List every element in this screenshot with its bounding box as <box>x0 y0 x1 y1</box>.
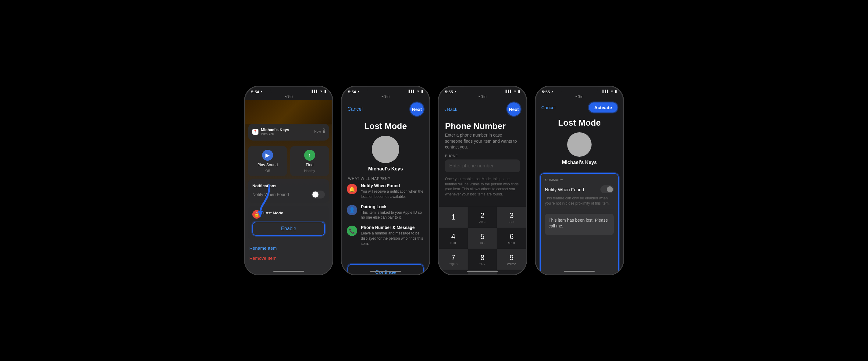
signal-icon-1: ▌▌▌ <box>312 90 318 93</box>
phone-number-field[interactable]: Enter phone number <box>445 159 520 172</box>
notifications-section: Notifications Notify When Found <box>248 179 329 203</box>
signal-icon-3: ▌▌▌ <box>506 90 512 93</box>
play-sound-btn[interactable]: ▶ Play Sound Off <box>248 146 287 176</box>
key-2[interactable]: 2 ABC <box>468 207 497 228</box>
what-will-happen-header: WHAT WILL HAPPEN? <box>342 177 429 181</box>
find-label: Find <box>306 162 313 167</box>
time-1: 5:54 <box>251 90 259 94</box>
item-name-4: Michael's Keys <box>536 160 623 165</box>
pairing-icon: 👤 <box>347 205 357 215</box>
back-chevron: ‹ <box>444 107 446 112</box>
activate-btn[interactable]: Activate <box>589 102 618 113</box>
notification-card: 📍 Michael's Keys With You Now ▮ × <box>248 124 329 141</box>
next-btn-2[interactable]: Next <box>410 102 424 116</box>
divider <box>545 210 614 210</box>
key-7[interactable]: 7 PQRS <box>439 249 468 270</box>
key-1[interactable]: 1 <box>439 207 468 228</box>
scene: 5:54 ▲ ▌▌▌ ▼ ▮ ◂ Siri 📍 <box>232 77 636 284</box>
phone-1: 5:54 ▲ ▌▌▌ ▼ ▮ ◂ Siri 📍 <box>244 86 333 275</box>
continue-btn[interactable]: Continue <box>347 264 424 275</box>
summary-notify-toggle[interactable] <box>600 185 614 193</box>
time-2: 5:54 <box>348 90 356 94</box>
lost-mode-title-4: Lost Mode <box>536 115 623 129</box>
battery-icon-3: ▮ <box>518 90 520 93</box>
time-3: 5:55 <box>445 90 453 94</box>
notif-close-btn[interactable]: × <box>323 127 326 132</box>
feature-phone: 📞 Phone Number & Message Leave a number … <box>347 225 424 246</box>
signal-icon-2: ▌▌▌ <box>409 90 415 93</box>
feature-list: 🔔 Notify When Found You will receive a n… <box>342 183 429 246</box>
notifications-label: Notifications <box>252 184 325 188</box>
status-icons-1: ▌▌▌ ▼ ▮ <box>312 90 326 93</box>
signal-icon-4: ▌▌▌ <box>602 90 609 93</box>
key-3[interactable]: 3 DEF <box>497 207 526 228</box>
key-5[interactable]: 5 JKL <box>468 228 497 249</box>
battery-icon-1: ▮ <box>324 90 326 93</box>
feature-2-desc: Leave a number and message to be display… <box>361 231 424 246</box>
phone-4: 5:55 ▲ ▌▌▌ ▼ ▮ ◂ Siri Cancel Activate Lo… <box>535 86 624 275</box>
enable-lost-mode-btn[interactable]: Enable <box>252 222 325 236</box>
lost-mode-label: Lost Mode <box>263 211 283 215</box>
key-8[interactable]: 8 TUV <box>468 249 497 270</box>
battery-icon-4: ▮ <box>615 90 617 93</box>
summary-note: This feature can only be enabled when yo… <box>545 196 614 206</box>
lost-message-field[interactable]: This item has been lost. Please call me. <box>545 214 614 235</box>
wifi-icon-1: ▼ <box>320 90 323 93</box>
feature-1-desc: This item is linked to your Apple ID so … <box>361 210 424 220</box>
location-icon-2: ▲ <box>357 90 360 93</box>
rename-item-btn[interactable]: Rename Item <box>245 243 332 253</box>
key-4[interactable]: 4 GHI <box>439 228 468 249</box>
status-icons-3: ▌▌▌ ▼ ▮ <box>506 90 520 93</box>
item-avatar-4 <box>567 132 592 157</box>
location-icon-4: ▲ <box>551 90 554 93</box>
feature-0-title: Notify When Found <box>361 183 424 188</box>
location-icon-1: ▲ <box>260 90 263 93</box>
status-bar-1: 5:54 ▲ ▌▌▌ ▼ ▮ ◂ Siri <box>245 87 332 100</box>
lost-mode-section: 🔒 Lost Mode Enable <box>248 206 329 240</box>
wifi-icon-4: ▼ <box>611 90 614 93</box>
home-indicator-3 <box>467 271 498 272</box>
feature-1-title: Pairing Lock <box>361 204 424 209</box>
key-6[interactable]: 6 MNO <box>497 228 526 249</box>
key-9[interactable]: 9 WXYZ <box>497 249 526 270</box>
summary-toggle-row: Notify When Found <box>545 185 614 193</box>
action-buttons: ▶ Play Sound Off ↑ Find Nearby <box>245 143 332 179</box>
find-btn[interactable]: ↑ Find Nearby <box>290 146 329 176</box>
phone1-screen: 📍 Michael's Keys With You Now ▮ × <box>245 100 332 274</box>
item-name-2: Michael's Keys <box>342 166 429 172</box>
key-backspace[interactable]: ⌫ <box>497 270 526 275</box>
key-special[interactable]: + * # <box>439 270 468 275</box>
lost-mode-title: Lost Mode <box>342 118 429 132</box>
summary-card: SUMMARY Notify When Found This feature c… <box>540 173 619 275</box>
phone2-nav: Cancel Next <box>342 100 429 118</box>
find-icon: ↑ <box>304 150 315 161</box>
feature-pairing: 👤 Pairing Lock This item is linked to yo… <box>347 204 424 220</box>
cancel-btn-2[interactable]: Cancel <box>347 107 363 112</box>
feature-notify: 🔔 Notify When Found You will receive a n… <box>347 183 424 200</box>
next-btn-3[interactable]: Next <box>507 102 521 116</box>
notify-icon: 🔔 <box>347 184 357 194</box>
home-indicator-1 <box>273 271 304 272</box>
phone-icon: 📞 <box>347 225 357 236</box>
phone4-nav: Cancel Activate <box>536 100 623 115</box>
feature-0-desc: You will receive a notification when the… <box>361 189 424 200</box>
status-icons-2: ▌▌▌ ▼ ▮ <box>409 90 423 93</box>
notif-header: 📍 Michael's Keys With You Now ▮ <box>252 127 325 136</box>
siri-label-1: ◂ Siri <box>285 94 293 98</box>
notify-toggle[interactable] <box>311 190 325 199</box>
remove-item-btn[interactable]: Remove Item <box>245 253 332 263</box>
phone-number-title: Phone Number <box>439 118 526 132</box>
wifi-icon-2: ▼ <box>416 90 420 93</box>
status-bar-2: 5:54 ▲ ▌▌▌ ▼ ▮ ◂ Siri <box>342 87 429 100</box>
back-btn-3[interactable]: ‹ Back <box>444 107 457 112</box>
cancel-btn-4[interactable]: Cancel <box>541 105 556 110</box>
find-sub: Nearby <box>304 169 315 173</box>
item-avatar-2 <box>372 136 399 163</box>
phone-input-section: PHONE Enter phone number <box>439 154 526 172</box>
notify-when-found-row: Notify When Found <box>252 190 325 199</box>
play-icon: ▶ <box>262 150 273 161</box>
phone2-screen: Cancel Next Lost Mode Michael's Keys WHA… <box>342 100 429 275</box>
feature-2-title: Phone Number & Message <box>361 225 424 230</box>
play-label: Play Sound <box>257 162 278 167</box>
battery-icon-2: ▮ <box>421 90 423 93</box>
